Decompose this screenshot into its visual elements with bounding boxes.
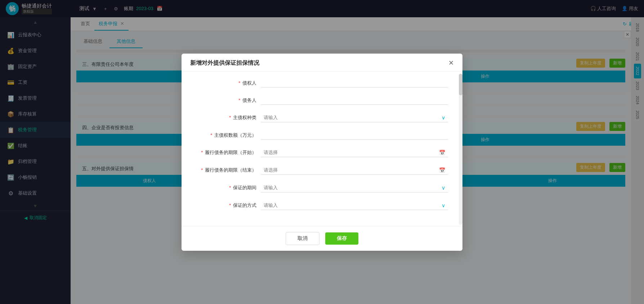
dialog-body: * 债权人 * 债务人 * 主债权种类 (182, 72, 462, 226)
form-label-period-end: * 履行债务的期限（结束） (196, 167, 261, 173)
form-label-guarantee-method: * 保证的方式 (196, 202, 261, 209)
chevron-down-icon-1[interactable]: ∨ (442, 115, 445, 121)
dialog-scrollbar-thumb[interactable] (459, 74, 462, 95)
modal-overlay: 新增对外提供保证担保情况 ✕ * 债权人 * 债务人 (0, 0, 644, 304)
input-claim-amount[interactable] (261, 131, 448, 140)
form-label-creditor: * 债权人 (196, 80, 261, 86)
cancel-button[interactable]: 取消 (286, 232, 319, 245)
calendar-icon-end[interactable]: 📅 (439, 167, 445, 173)
form-label-claim-type: * 主债权种类 (196, 114, 261, 121)
dialog-close-icon[interactable]: ✕ (448, 60, 454, 66)
save-button[interactable]: 保存 (325, 232, 358, 245)
select-guarantee-period-input[interactable] (264, 185, 442, 190)
chevron-down-icon-2[interactable]: ∨ (442, 185, 445, 191)
input-creditor[interactable] (261, 79, 448, 87)
form-row-period-start: * 履行债务的期限（开始） 📅 (196, 148, 448, 157)
select-claim-type[interactable]: ∨ (261, 113, 448, 122)
select-claim-type-input[interactable] (264, 115, 442, 120)
form-label-guarantee-period: * 保证的期间 (196, 185, 261, 191)
select-guarantee-method-input[interactable] (264, 203, 442, 208)
form-row-claim-amount: * 主债权数额（万元） (196, 131, 448, 140)
date-period-start[interactable]: 📅 (261, 148, 448, 157)
form-row-creditor: * 债权人 (196, 79, 448, 87)
select-guarantee-method[interactable]: ∨ (261, 201, 448, 210)
dialog-header: 新增对外提供保证担保情况 ✕ (182, 54, 462, 72)
form-label-period-start: * 履行债务的期限（开始） (196, 149, 261, 156)
dialog-title: 新增对外提供保证担保情况 (190, 59, 259, 67)
date-end-input[interactable] (264, 167, 439, 173)
form-row-period-end: * 履行债务的期限（结束） 📅 (196, 166, 448, 175)
form-label-debtor: * 债务人 (196, 97, 261, 104)
date-start-input[interactable] (264, 150, 439, 155)
form-row-guarantee-method: * 保证的方式 ∨ (196, 201, 448, 210)
calendar-icon-start[interactable]: 📅 (439, 150, 445, 155)
dialog-scrollbar-track (459, 74, 462, 225)
dialog: 新增对外提供保证担保情况 ✕ * 债权人 * 债务人 (182, 54, 462, 251)
date-period-end[interactable]: 📅 (261, 166, 448, 175)
form-row-guarantee-period: * 保证的期间 ∨ (196, 183, 448, 192)
select-guarantee-period[interactable]: ∨ (261, 183, 448, 192)
input-debtor[interactable] (261, 96, 448, 105)
form-row-debtor: * 债务人 (196, 96, 448, 105)
form-row-claim-type: * 主债权种类 ∨ (196, 113, 448, 122)
chevron-down-icon-3[interactable]: ∨ (442, 203, 445, 208)
form-label-claim-amount: * 主债权数额（万元） (196, 132, 261, 139)
dialog-footer: 取消 保存 (182, 226, 462, 251)
